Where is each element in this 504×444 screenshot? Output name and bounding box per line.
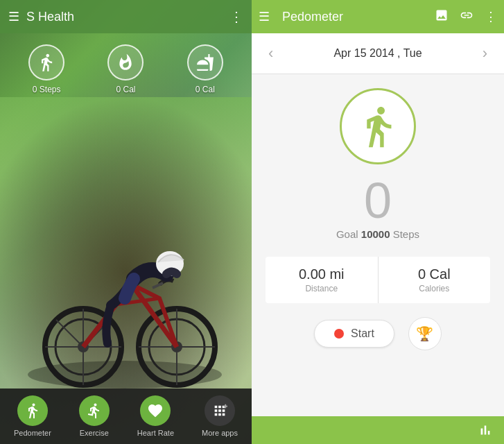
calories1-stat: 0 Cal: [107, 44, 144, 94]
flame-icon: [116, 53, 134, 71]
steps-stat: 0 Steps: [28, 44, 64, 94]
shoe-circle: [340, 88, 416, 164]
date-month: Apr: [333, 47, 351, 59]
date-weekday-val: Tue: [403, 47, 422, 59]
cal2-label: 0 Cal: [195, 85, 215, 94]
calories2-icon-circle: [187, 44, 223, 80]
start-dot: [334, 329, 344, 339]
distance-value: 0.00 mi: [299, 266, 345, 282]
date-year-val: 2014: [370, 47, 394, 59]
hamburger-menu-icon[interactable]: ☰: [8, 9, 19, 24]
more-options-icon[interactable]: ⋮: [229, 8, 243, 25]
heart-icon: [147, 402, 164, 419]
start-label: Start: [351, 327, 374, 340]
right-more-icon[interactable]: ⋮: [485, 9, 497, 24]
calories-cell: 0 Cal Calories: [379, 257, 491, 303]
calories-label: Calories: [419, 284, 449, 293]
nav-exercise[interactable]: Exercise: [71, 390, 118, 443]
exercise-nav-label: Exercise: [80, 429, 109, 437]
trophy-icon: 🏆: [416, 325, 433, 342]
image-svg: [435, 8, 449, 22]
distance-label: Distance: [305, 284, 338, 293]
stats-row: 0 Steps 0 Cal 0 Cal: [0, 33, 252, 101]
image-icon[interactable]: [435, 8, 449, 26]
nav-moreapps[interactable]: More apps: [193, 390, 246, 443]
bottom-nav: Pedometer Exercise Heart Rate: [0, 388, 252, 444]
left-header: ☰ S Health ⋮: [0, 0, 252, 33]
fork-icon: [196, 53, 214, 71]
date-nav: ‹ Apr 15 2014 , Tue ›: [252, 33, 504, 74]
pedometer-shoe-icon: [24, 402, 41, 419]
shoe-icon: [37, 53, 56, 72]
pedometer-icon-bg: [17, 395, 48, 426]
link-icon[interactable]: [460, 8, 473, 26]
calories1-icon-circle: [107, 44, 144, 80]
right-hamburger-icon[interactable]: ☰: [259, 9, 270, 24]
step-count-display: 0: [364, 176, 392, 225]
cal1-label: 0 Cal: [116, 85, 135, 94]
date-weekday: ,: [397, 47, 403, 59]
grid-plus-icon: [212, 403, 227, 418]
calories2-stat: 0 Cal: [187, 44, 223, 94]
distance-calories-grid: 0.00 mi Distance 0 Cal Calories: [266, 257, 490, 303]
exercise-icon-bg: [79, 395, 110, 426]
nav-heartrate[interactable]: Heart Rate: [129, 390, 182, 443]
app-title: S Health: [26, 10, 229, 24]
pedometer-nav-label: Pedometer: [14, 429, 51, 437]
moreapps-icon-bg: [205, 395, 235, 426]
nav-pedometer[interactable]: Pedometer: [6, 390, 60, 443]
date-display: Apr 15 2014 , Tue: [333, 47, 422, 60]
runner-icon: [86, 402, 103, 419]
pedometer-shoe-icon-large: [356, 104, 401, 149]
calories-value: 0 Cal: [418, 266, 451, 282]
steps-label: 0 Steps: [33, 85, 61, 94]
trophy-button[interactable]: 🏆: [408, 317, 442, 350]
heartrate-nav-label: Heart Rate: [137, 429, 174, 437]
pedometer-main-content: 0 Goal 10000 Steps 0.00 mi Distance 0 Ca…: [252, 74, 504, 416]
bar-chart-icon[interactable]: [478, 422, 493, 438]
date-daynum-val: 15: [354, 47, 367, 59]
heartrate-icon-bg: [140, 395, 171, 426]
moreapps-nav-label: More apps: [202, 429, 238, 437]
right-header: ☰ Pedometer ⋮: [252, 0, 504, 33]
goal-text: Goal 10000 Steps: [336, 228, 419, 240]
goal-steps: 10000: [361, 228, 390, 240]
prev-date-arrow[interactable]: ‹: [263, 42, 279, 65]
bottom-bar: [252, 416, 504, 444]
right-panel: ☰ Pedometer ⋮ ‹ Apr 15 2014 , Tue ›: [252, 0, 504, 444]
action-row: Start 🏆: [266, 317, 490, 350]
left-panel: ☰ S Health ⋮ 0 Steps 0 Cal: [0, 0, 252, 444]
goal-prefix: Goal: [336, 228, 361, 240]
goal-suffix: Steps: [390, 228, 420, 240]
next-date-arrow[interactable]: ›: [477, 42, 493, 65]
link-svg: [460, 8, 473, 22]
right-header-title: Pedometer: [282, 10, 424, 24]
start-button[interactable]: Start: [314, 320, 394, 348]
cyclist-scene: [0, 97, 252, 388]
steps-icon-circle: [28, 44, 64, 80]
distance-cell: 0.00 mi Distance: [266, 257, 379, 303]
